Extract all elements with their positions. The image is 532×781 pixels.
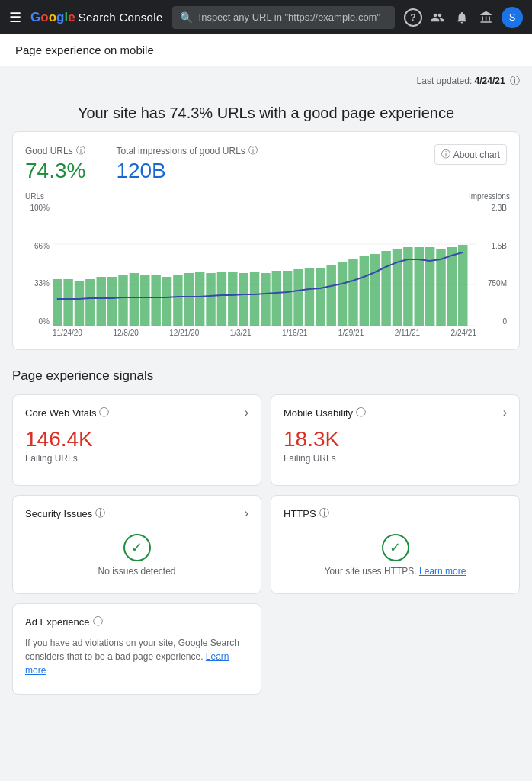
ad-experience-card: Ad Experience ⓘ If you have ad violation…: [12, 603, 261, 695]
svg-rect-21: [239, 273, 248, 326]
last-updated-label: Last updated:: [417, 76, 473, 86]
svg-rect-31: [348, 259, 357, 326]
about-chart-label: About chart: [453, 149, 500, 160]
svg-rect-35: [393, 249, 402, 326]
about-chart-button[interactable]: ⓘ About chart: [434, 144, 507, 165]
svg-rect-16: [184, 273, 194, 326]
security-issues-title: Security Issues ⓘ: [25, 506, 105, 520]
mobile-usability-title: Mobile Usability ⓘ: [284, 406, 366, 419]
svg-rect-20: [228, 272, 237, 326]
security-issues-chevron[interactable]: ›: [245, 506, 248, 520]
chart-card: Good URLs ⓘ 74.3% Total impressions of g…: [12, 131, 520, 350]
svg-rect-38: [425, 247, 434, 326]
y-axis-left: 100% 66% 33% 0%: [25, 204, 53, 326]
impressions-label: Total impressions of good URLs ⓘ: [116, 144, 257, 157]
https-info-icon[interactable]: ⓘ: [319, 506, 329, 520]
google-o1: o: [40, 10, 48, 24]
chart-metrics: Good URLs ⓘ 74.3% Total impressions of g…: [25, 144, 507, 183]
core-web-vitals-value: 146.4K: [25, 427, 248, 452]
svg-rect-26: [293, 269, 303, 326]
good-urls-metric: Good URLs ⓘ 74.3%: [25, 144, 85, 183]
y-axis-left-label: URLs: [25, 192, 53, 201]
svg-rect-17: [195, 272, 204, 326]
url-search-bar[interactable]: 🔍: [172, 6, 395, 29]
good-urls-value: 74.3%: [25, 159, 85, 183]
security-check-icon: ✓: [131, 539, 143, 556]
svg-rect-27: [305, 268, 314, 326]
apps-icon[interactable]: [477, 8, 495, 27]
page-title: Page experience on mobile: [15, 43, 517, 56]
mobile-usability-chevron[interactable]: ›: [503, 406, 507, 419]
core-web-vitals-card: Core Web Vitals ⓘ › 146.4K Failing URLs: [12, 394, 261, 486]
svg-rect-18: [206, 273, 215, 326]
mobile-usability-header: Mobile Usability ⓘ ›: [284, 406, 507, 419]
svg-rect-13: [151, 275, 160, 326]
svg-rect-34: [381, 251, 390, 326]
mobile-usability-card: Mobile Usability ⓘ › 18.3K Failing URLs: [271, 394, 520, 486]
https-title: HTTPS ⓘ: [284, 506, 329, 520]
signals-bottom-row: Security Issues ⓘ › ✓ No issues detected…: [12, 495, 520, 594]
https-check-icon: ✓: [389, 539, 401, 556]
impressions-value: 120B: [116, 159, 257, 183]
app-logo: Google Search Console: [30, 10, 163, 25]
svg-rect-24: [272, 271, 281, 326]
security-issues-header: Security Issues ⓘ ›: [25, 506, 248, 520]
y-axis-right: 2.3B 1.5B 750M 0: [476, 204, 507, 326]
security-issues-info-icon[interactable]: ⓘ: [95, 506, 105, 520]
core-web-vitals-title: Core Web Vitals ⓘ: [25, 406, 109, 419]
header-icons: ? S: [404, 7, 523, 28]
svg-rect-12: [140, 275, 149, 326]
y-axis-right-label: Impressions: [469, 192, 507, 201]
menu-icon[interactable]: ☰: [9, 9, 21, 26]
core-web-vitals-chevron[interactable]: ›: [245, 406, 248, 419]
svg-rect-28: [316, 268, 325, 326]
svg-rect-5: [63, 279, 72, 326]
core-web-vitals-info-icon[interactable]: ⓘ: [99, 406, 109, 419]
svg-rect-8: [97, 277, 106, 326]
search-icon: 🔍: [180, 11, 193, 24]
svg-rect-32: [360, 256, 369, 326]
ad-experience-placeholder: [271, 603, 520, 695]
svg-rect-30: [338, 262, 347, 326]
chart-svg-container: [53, 204, 476, 326]
chart-area: URLs Impressions 100% 66% 33% 0%: [25, 192, 507, 337]
svg-rect-41: [458, 245, 467, 326]
good-urls-label: Good URLs ⓘ: [25, 144, 85, 157]
bar-line-chart: [53, 204, 476, 326]
svg-rect-33: [370, 254, 380, 326]
svg-rect-4: [53, 279, 62, 326]
last-updated-value: 4/24/21: [475, 76, 505, 86]
user-avatar[interactable]: S: [502, 7, 523, 28]
mobile-usability-info-icon[interactable]: ⓘ: [356, 406, 366, 419]
impressions-metric: Total impressions of good URLs ⓘ 120B: [116, 144, 257, 183]
mobile-usability-value: 18.3K: [284, 427, 507, 452]
impressions-info-icon[interactable]: ⓘ: [248, 144, 258, 157]
account-icon[interactable]: [428, 8, 447, 27]
svg-rect-15: [173, 275, 182, 326]
core-web-vitals-sub-label: Failing URLs: [25, 453, 248, 464]
app-header: ☰ Google Search Console 🔍 ? S: [0, 0, 532, 34]
svg-rect-11: [130, 273, 139, 326]
ad-experience-row: Ad Experience ⓘ If you have ad violation…: [12, 603, 520, 695]
svg-rect-29: [326, 265, 335, 326]
svg-rect-19: [217, 272, 226, 326]
google-e: e: [68, 10, 75, 24]
last-updated: Last updated: 4/24/21 ⓘ: [12, 66, 520, 92]
svg-rect-25: [283, 271, 292, 326]
security-checkmark-circle: ✓: [123, 534, 151, 561]
search-input[interactable]: [199, 11, 387, 23]
https-learn-more-link[interactable]: Learn more: [419, 566, 466, 577]
help-icon[interactable]: ?: [404, 8, 422, 27]
security-issues-ok-area: ✓ No issues detected: [25, 528, 248, 583]
google-g: G: [30, 10, 40, 24]
security-issues-card: Security Issues ⓘ › ✓ No issues detected: [12, 495, 261, 594]
core-web-vitals-header: Core Web Vitals ⓘ ›: [25, 406, 248, 419]
mobile-usability-sub-label: Failing URLs: [284, 453, 507, 464]
notifications-icon[interactable]: [453, 8, 471, 27]
ad-experience-info-icon[interactable]: ⓘ: [93, 615, 103, 628]
last-updated-info-icon[interactable]: ⓘ: [510, 75, 520, 86]
svg-rect-10: [118, 275, 127, 326]
signals-top-row: Core Web Vitals ⓘ › 146.4K Failing URLs …: [12, 394, 520, 486]
good-urls-info-icon[interactable]: ⓘ: [76, 144, 85, 157]
ad-experience-header: Ad Experience ⓘ: [25, 615, 248, 628]
